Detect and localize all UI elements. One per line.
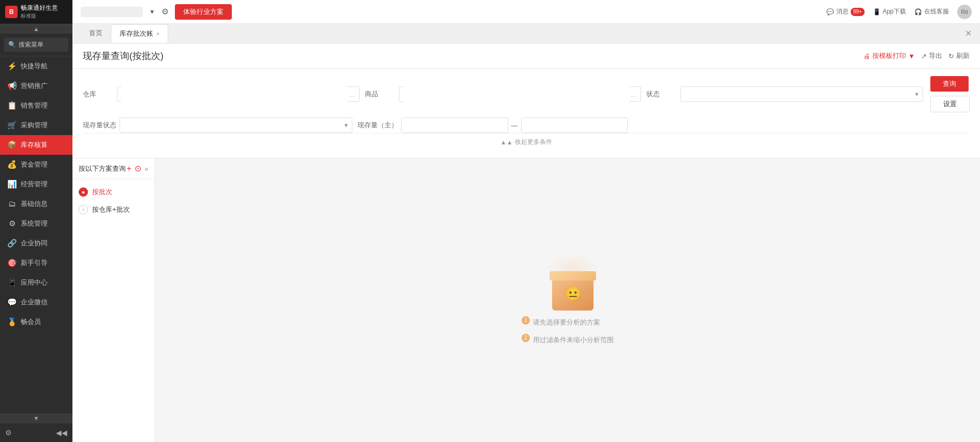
trial-button[interactable]: 体验行业方案 xyxy=(175,4,232,20)
scheme-item-by-batch[interactable]: ● 按批次 xyxy=(72,183,155,201)
left-panel-header: 按以下方案查询 + ⊙ « xyxy=(72,158,155,179)
product-filter: 商品 ... xyxy=(365,86,642,102)
online-service-button[interactable]: 🎧 在线客服 xyxy=(914,7,949,16)
sidebar-item-newbie[interactable]: 🎯 新手引导 xyxy=(0,253,72,273)
status-filter: 状态 ▼ xyxy=(646,86,923,102)
sidebar-scroll-up[interactable]: ▲ xyxy=(0,24,72,34)
empty-tips: 1 请先选择要分析的方案 2 用过滤条件来缩小分析范围 xyxy=(522,316,614,347)
topbar-dropdown[interactable]: ▼ xyxy=(149,8,155,16)
sidebar-collapse-button[interactable]: ◀◀ xyxy=(56,429,67,437)
main-area: ▼ ⚙ 体验行业方案 💬 消息 99+ 📱 App下载 🎧 在线客服 Rit xyxy=(72,0,980,442)
export-icon: ↗ xyxy=(921,52,927,60)
print-dropdown-icon: ▼ xyxy=(908,52,915,60)
quick-nav-icon: ⚡ xyxy=(7,62,17,71)
export-button[interactable]: ↗ 导出 xyxy=(921,51,942,61)
sidebar-item-apps[interactable]: 📱 应用中心 xyxy=(0,273,72,292)
status-select[interactable]: ▼ xyxy=(680,86,923,102)
stock-qty-from-input[interactable] xyxy=(401,117,508,133)
topbar-gear-button[interactable]: ⚙ xyxy=(161,7,169,17)
empty-tip-1: 1 请先选择要分析的方案 xyxy=(522,316,614,329)
product-dots[interactable]: ... xyxy=(630,90,638,98)
stock-qty-label: 现存量（主） xyxy=(358,121,398,130)
add-scheme-button[interactable]: + xyxy=(127,164,131,173)
app-download-button[interactable]: 📱 App下载 xyxy=(873,7,906,16)
warehouse-label: 仓库 xyxy=(83,90,114,99)
left-panel: 按以下方案查询 + ⊙ « ● 按批次 ○ 按仓库+批次 xyxy=(72,158,155,442)
settings-gear-button[interactable]: ⚙ xyxy=(5,429,12,437)
topbar: ▼ ⚙ 体验行业方案 💬 消息 99+ 📱 App下载 🎧 在线客服 Rit xyxy=(72,0,980,24)
product-input-wrap: ... xyxy=(399,86,642,102)
settings-button[interactable]: 设置 xyxy=(930,96,970,112)
app-title-area: 畅康通好生意 标准版 xyxy=(21,4,58,20)
headset-icon: 🎧 xyxy=(914,8,922,16)
sidebar-item-wechat[interactable]: 💬 企业微信 xyxy=(0,292,72,312)
app-download-icon: 📱 xyxy=(873,8,881,16)
sidebar-scroll-down[interactable]: ▼ xyxy=(0,414,72,423)
operations-icon: 📊 xyxy=(7,180,17,189)
topbar-breadcrumb xyxy=(81,7,143,17)
product-input[interactable] xyxy=(403,86,630,102)
scheme-list: ● 按批次 ○ 按仓库+批次 xyxy=(72,179,155,223)
left-panel-actions: + ⊙ « xyxy=(127,164,149,173)
status-label: 状态 xyxy=(646,90,677,99)
warehouse-dots[interactable]: ... xyxy=(348,90,356,98)
sidebar-item-finance[interactable]: 💰 资金管理 xyxy=(0,155,72,174)
stock-status-label: 现存量状态 xyxy=(83,121,116,130)
stock-status-dropdown-icon: ▼ xyxy=(343,122,349,128)
query-button[interactable]: 查询 xyxy=(930,76,969,92)
member-icon: 🏅 xyxy=(7,317,17,327)
empty-state: 😐 1 请先选择要分析的方案 xyxy=(522,254,614,347)
sidebar-item-member[interactable]: 🏅 畅会员 xyxy=(0,312,72,332)
page-header: 现存量查询(按批次) 🖨 按模板打印 ▼ ↗ 导出 ↻ 刷新 xyxy=(72,43,980,69)
sidebar-item-basic[interactable]: 🗂 基础信息 xyxy=(0,194,72,214)
topbar-right: 💬 消息 99+ 📱 App下载 🎧 在线客服 Rit xyxy=(826,5,972,19)
scheme-inactive-icon: ○ xyxy=(79,205,88,214)
search-menu-button[interactable]: 🔍 搜索菜单 xyxy=(4,38,68,52)
empty-tip-2: 2 用过滤条件来缩小分析范围 xyxy=(522,333,614,347)
sidebar-item-inventory[interactable]: 📦 库存核算 xyxy=(0,135,72,155)
chevron-down-icon: ▼ xyxy=(149,8,155,16)
empty-illustration: 😐 xyxy=(542,254,593,305)
close-button[interactable]: ✕ xyxy=(965,28,972,38)
search-icon: 🔍 xyxy=(8,41,16,48)
sidebar-item-marketing[interactable]: 📢 营销推广 xyxy=(0,76,72,96)
message-badge: 99+ xyxy=(851,8,865,16)
user-profile-button[interactable]: Rit xyxy=(957,5,972,19)
wechat-icon: 💬 xyxy=(7,298,17,307)
tab-inventory-batch[interactable]: 库存批次账 × xyxy=(111,24,168,43)
warehouse-input[interactable] xyxy=(121,86,348,102)
tab-close-icon[interactable]: × xyxy=(156,31,159,37)
panel-collapse-button[interactable]: « xyxy=(144,164,149,173)
warehouse-filter: 仓库 ... xyxy=(83,86,360,102)
range-dash: — xyxy=(511,122,518,129)
sidebar-item-quick-nav[interactable]: ⚡ 快捷导航 xyxy=(0,56,72,76)
tab-home[interactable]: 首页 xyxy=(81,24,111,43)
status-dropdown-icon: ▼ xyxy=(914,91,919,97)
message-button[interactable]: 💬 消息 99+ xyxy=(826,7,865,16)
filter-area: 仓库 ... 商品 ... 状态 xyxy=(72,69,980,158)
stock-qty-to-input[interactable] xyxy=(521,117,628,133)
sidebar-search-area: 🔍 搜索菜单 xyxy=(0,34,72,56)
sidebar-item-purchase[interactable]: 🛒 采购管理 xyxy=(0,115,72,135)
sidebar-item-enterprise[interactable]: 🔗 企业协同 xyxy=(0,233,72,253)
query-actions: 查询 设置 xyxy=(928,76,970,112)
print-button[interactable]: 🖨 按模板打印 ▼ xyxy=(864,51,915,61)
app-title: 畅康通好生意 xyxy=(21,4,58,12)
collapse-more-button[interactable]: ▲▲ 收起更多条件 xyxy=(83,133,970,151)
message-icon: 💬 xyxy=(826,8,834,16)
sidebar-item-operations[interactable]: 📊 经营管理 xyxy=(0,174,72,194)
sidebar-item-system[interactable]: ⚙ 系统管理 xyxy=(0,214,72,233)
user-avatar: Rit xyxy=(957,5,972,19)
tabbar: 首页 库存批次账 × ✕ xyxy=(72,24,980,43)
scheme-item-by-warehouse-batch[interactable]: ○ 按仓库+批次 xyxy=(72,201,155,218)
scheme-settings-button[interactable]: ⊙ xyxy=(135,164,141,173)
sidebar-item-sales[interactable]: 📋 销售管理 xyxy=(0,96,72,115)
app-logo: B xyxy=(5,6,18,18)
main-content: 😐 1 请先选择要分析的方案 xyxy=(155,158,980,442)
stock-status-select[interactable]: ▼ xyxy=(120,117,352,133)
refresh-button[interactable]: ↻ 刷新 xyxy=(948,51,970,61)
finance-icon: 💰 xyxy=(7,160,17,169)
product-label: 商品 xyxy=(365,90,396,99)
content-area: 现存量查询(按批次) 🖨 按模板打印 ▼ ↗ 导出 ↻ 刷新 xyxy=(72,43,980,442)
purchase-icon: 🛒 xyxy=(7,121,17,130)
